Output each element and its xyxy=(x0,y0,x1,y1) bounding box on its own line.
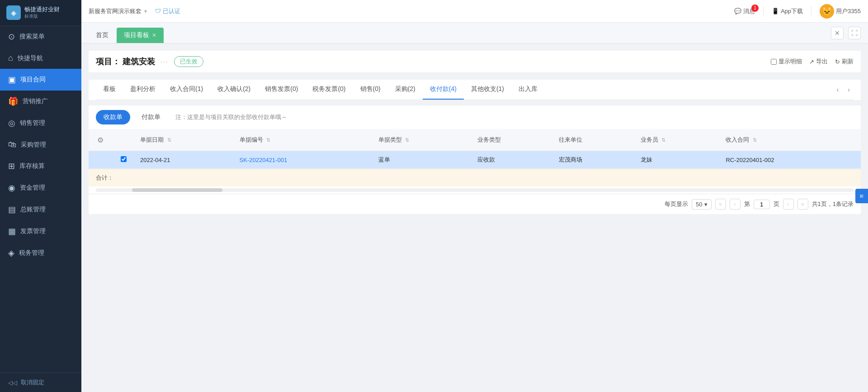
th-biz-type: 业务类型 xyxy=(472,129,553,151)
th-doc-type[interactable]: 单据类型 ⇅ xyxy=(373,129,472,151)
tab-project-board[interactable]: 项目看板 ✕ xyxy=(117,28,164,43)
sidebar-scroll: ⊙ 搜索菜单 ⌂ 快捷导航 ▣ 项目合同 🎁 营销推广 ◎ 销售管理 🛍 采购管… xyxy=(0,26,81,373)
export-button[interactable]: ↗ 导出 xyxy=(809,57,828,66)
capital-icon: ◉ xyxy=(8,183,15,193)
sub-tab-nav: ‹ › xyxy=(833,84,854,95)
horizontal-scrollbar[interactable] xyxy=(96,188,854,192)
sub-tab-kanban[interactable]: 看板 xyxy=(96,80,123,100)
sidebar-item-capital[interactable]: ◉ 资金管理 xyxy=(0,177,81,199)
pagination: 每页显示 50 ▾ « ‹ 第 页 › » xyxy=(89,194,861,214)
app-download-button[interactable]: 📱 App下载 xyxy=(772,7,803,15)
project-title: 项目： 建筑安装 xyxy=(96,56,155,67)
chevron-down-icon: ▾ xyxy=(144,8,147,14)
sidebar-item-invoice[interactable]: ▦ 发票管理 xyxy=(0,220,81,242)
sub-tab-sales-invoice[interactable]: 销售发票(0) xyxy=(258,80,305,100)
tab-close-icon[interactable]: ✕ xyxy=(152,32,156,38)
th-doc-no[interactable]: 单据编号 ⇅ xyxy=(234,129,373,151)
sub-tab-other-income[interactable]: 其他收支(1) xyxy=(464,80,511,100)
row-salesperson: 龙妹 xyxy=(641,156,652,163)
shield-icon: 🛡 xyxy=(155,8,161,14)
sidebar-item-purchase[interactable]: 🛍 采购管理 xyxy=(0,134,81,155)
sidebar-item-label: 项目合同 xyxy=(20,76,46,84)
doc-no-link[interactable]: SK-20220421-001 xyxy=(240,157,288,163)
sub-tab-purchase[interactable]: 采购(2) xyxy=(388,80,423,100)
th-settings[interactable]: ⚙ xyxy=(89,129,112,151)
sidebar-item-inventory[interactable]: ⊞ 库存核算 xyxy=(0,155,81,177)
sub-tab-sales[interactable]: 销售(0) xyxy=(353,80,388,100)
sales-icon: ◎ xyxy=(8,118,15,128)
sidebar-item-label: 营销推广 xyxy=(23,97,48,105)
show-detail-checkbox[interactable]: 显示明细 xyxy=(771,57,802,66)
th-biz-type-label: 业务类型 xyxy=(477,136,501,143)
th-salesperson[interactable]: 业务员 ⇅ xyxy=(635,129,721,151)
sub-tab-prev-btn[interactable]: ‹ xyxy=(833,84,843,95)
refresh-button[interactable]: ↻ 刷新 xyxy=(835,57,854,66)
next-page-button[interactable]: › xyxy=(783,199,794,210)
sidebar-item-project-contract[interactable]: ▣ 项目合同 xyxy=(0,69,81,91)
last-page-button[interactable]: » xyxy=(797,199,808,210)
float-panel-button[interactable]: ≡ xyxy=(855,189,868,203)
maximize-window-button[interactable]: ⛶ xyxy=(848,27,861,39)
more-options-icon[interactable]: ··· xyxy=(160,58,169,65)
tab-project-board-label: 项目看板 xyxy=(124,31,149,39)
message-badge: 1 xyxy=(751,5,759,12)
main-content: 新服务官网演示账套 ▾ 🛡 已认证 💬 消息 1 📱 App下载 🐱 用户335… xyxy=(81,0,868,392)
scrollbar-thumb[interactable] xyxy=(132,188,222,192)
tabbar: 首页 项目看板 ✕ ✕ ⛶ xyxy=(81,23,868,43)
tabbar-controls: ✕ ⛶ xyxy=(831,27,861,39)
sort-icon: ⇅ xyxy=(661,137,665,143)
sub-tab-tax-invoice[interactable]: 税务发票(0) xyxy=(305,80,353,100)
th-income-contract[interactable]: 收入合同 ⇅ xyxy=(720,129,861,151)
settings-icon[interactable]: ⚙ xyxy=(94,134,107,146)
sidebar-item-ledger[interactable]: ▤ 总账管理 xyxy=(0,199,81,220)
ledger-icon: ▤ xyxy=(8,205,16,215)
close-window-button[interactable]: ✕ xyxy=(831,27,844,39)
sub-tab-next-btn[interactable]: › xyxy=(844,84,854,95)
sub-tab-income-confirm[interactable]: 收入确认(2) xyxy=(210,80,258,100)
inner-tab-receipts[interactable]: 收款单 xyxy=(96,110,130,124)
sidebar-item-tax[interactable]: ◈ 税务管理 xyxy=(0,242,81,264)
first-page-button[interactable]: « xyxy=(715,199,726,210)
refresh-label: 刷新 xyxy=(842,57,854,66)
sidebar-item-sales[interactable]: ◎ 销售管理 xyxy=(0,112,81,134)
account-selector[interactable]: 新服务官网演示账套 ▾ xyxy=(89,7,147,15)
row-checkbox[interactable] xyxy=(121,156,127,162)
phone-icon: 📱 xyxy=(772,8,779,14)
td-settings xyxy=(89,151,112,169)
prev-page-button[interactable]: ‹ xyxy=(730,199,741,210)
table-card: 收款单 付款单 注：这里是与项目关联的全部收付款单哦～ ⚙ xyxy=(89,105,861,214)
sub-tab-inout[interactable]: 出入库 xyxy=(511,80,545,100)
project-icon: ▣ xyxy=(8,75,16,85)
sidebar-item-shortcut[interactable]: ⌂ 快捷导航 xyxy=(0,48,81,69)
app-download-label: App下载 xyxy=(781,7,803,15)
table-row[interactable]: 2022-04-21 SK-20220421-001 蓝单 应收款 xyxy=(89,151,861,169)
content-area: 项目： 建筑安装 ··· 已生效 显示明细 ↗ 导出 ↻ 刷新 xyxy=(81,43,868,392)
th-income-contract-label: 收入合同 xyxy=(726,136,749,143)
message-icon: 💬 xyxy=(734,8,741,14)
th-partner: 往来单位 xyxy=(553,129,635,151)
sub-tab-income-contract[interactable]: 收入合同(1) xyxy=(163,80,210,100)
inner-tabs: 收款单 付款单 注：这里是与项目关联的全部收付款单哦～ xyxy=(89,105,861,129)
row-income-contract: RC-20220401-002 xyxy=(726,157,774,163)
inner-tab-payments[interactable]: 付款单 xyxy=(134,110,168,124)
user-menu[interactable]: 🐱 用户3355 xyxy=(820,4,861,19)
sub-tab-payment[interactable]: 收付款(4) xyxy=(423,80,464,100)
topbar: 新服务官网演示账套 ▾ 🛡 已认证 💬 消息 1 📱 App下载 🐱 用户335… xyxy=(81,0,868,23)
sidebar-item-search[interactable]: ⊙ 搜索菜单 xyxy=(0,26,81,48)
sub-tab-profit[interactable]: 盈利分析 xyxy=(123,80,163,100)
show-detail-input[interactable] xyxy=(771,59,777,65)
search-icon: ⊙ xyxy=(8,32,15,42)
show-detail-label: 显示明细 xyxy=(778,57,802,66)
logo-edition: 标准版 xyxy=(24,13,60,19)
th-date[interactable]: 单据日期 ⇅ xyxy=(135,129,234,151)
message-button[interactable]: 💬 消息 1 xyxy=(734,7,755,15)
export-icon: ↗ xyxy=(809,58,814,65)
page-size-selector[interactable]: 50 ▾ xyxy=(692,199,711,210)
row-partner: 宏茂商场 xyxy=(559,156,582,163)
sidebar-item-marketing[interactable]: 🎁 营销推广 xyxy=(0,91,81,112)
page-input[interactable] xyxy=(754,200,770,209)
tab-home[interactable]: 首页 xyxy=(89,28,116,43)
sort-icon: ⇅ xyxy=(405,137,409,143)
cancel-fixed-button[interactable]: ◁◁ 取消固定 xyxy=(0,373,81,392)
project-header-right: 显示明细 ↗ 导出 ↻ 刷新 xyxy=(771,57,854,66)
